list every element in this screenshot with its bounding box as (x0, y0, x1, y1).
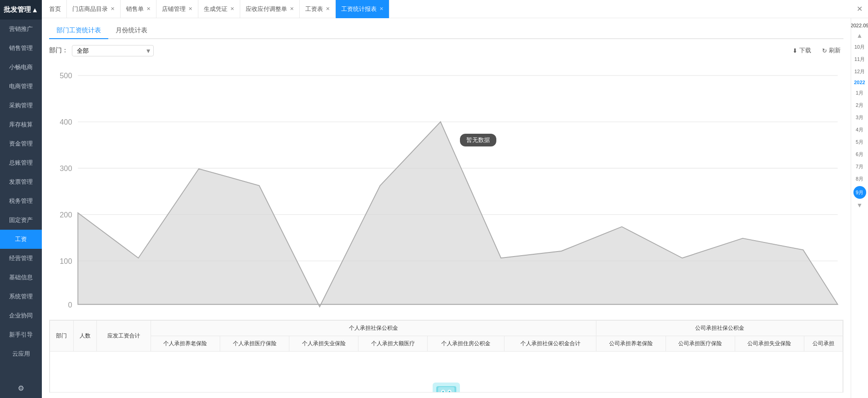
tab-label: 应收应付调整单 (246, 5, 287, 13)
col-personal-housing-fund: 个人承担住房公积金 (428, 336, 505, 351)
rp-month-4[interactable]: 4月 (851, 124, 868, 136)
col-count: 人数 (73, 320, 97, 351)
tab-ar-ap[interactable]: 应收应付调整单 ✕ (240, 0, 300, 18)
sidebar-item-finance[interactable]: 资金管理 (0, 134, 42, 153)
tab-label: 销售单 (126, 5, 144, 13)
sub-tab-monthly-label: 月份统计表 (116, 26, 147, 34)
tab-close-icon[interactable]: ✕ (146, 6, 151, 12)
col-personal-medical: 个人承担医疗保险 (220, 336, 289, 351)
rp-year-2022[interactable]: 2022 (853, 78, 866, 87)
sidebar-item-ecommerce-small[interactable]: 小畅电商 (0, 58, 42, 77)
right-panel: 2022.09 ▲ 10月 11月 12月 2022 1月 2月 3月 4月 5… (851, 18, 868, 398)
tab-payroll-report[interactable]: 工资统计报表 ✕ (336, 0, 389, 18)
rp-month-9-active[interactable]: 9月 (853, 186, 866, 199)
sidebar-item-operations[interactable]: 经营管理 (0, 249, 42, 268)
area-chart: 500 400 300 200 100 0 (49, 61, 843, 316)
data-table[interactable]: 部门 人数 应发工资合计 个人承担社保公积金 公司承担社保公积金 个人承担养老保… (49, 320, 843, 393)
dept-select[interactable]: 全部 (72, 45, 154, 56)
sidebar-item-label: 企业协同 (9, 312, 33, 319)
sidebar-item-label: 经营管理 (9, 255, 33, 262)
rp-month-6[interactable]: 6月 (851, 148, 868, 161)
tab-label: 工资统计报表 (341, 5, 377, 13)
rp-month-12[interactable]: 12月 (851, 65, 868, 78)
rp-current-date: 2022.09 (851, 21, 868, 30)
col-company-social: 公司承担社保公积金 (596, 320, 843, 336)
sidebar-item-collab[interactable]: 企业协同 (0, 306, 42, 325)
sidebar-item-sales[interactable]: 销售管理 (0, 39, 42, 58)
sub-tab-monthly[interactable]: 月份统计表 (108, 24, 155, 39)
rp-up-arrow[interactable]: ▲ (855, 30, 865, 41)
svg-text:100: 100 (60, 257, 72, 265)
sidebar-item-label: 固定资产 (9, 217, 33, 223)
tab-store-catalog[interactable]: 门店商品目录 ✕ (67, 0, 121, 18)
rp-month-7[interactable]: 7月 (851, 161, 868, 173)
sidebar-title: 批发管理 (4, 5, 31, 14)
col-company-medical: 公司承担医疗保险 (666, 336, 735, 351)
rp-month-11[interactable]: 11月 (851, 53, 868, 65)
sidebar-item-tax[interactable]: 税务管理 (0, 191, 42, 211)
rp-month-8[interactable]: 8月 (851, 173, 868, 185)
sidebar-settings[interactable]: ⚙ (0, 378, 42, 398)
download-icon: ⬇ (792, 47, 797, 54)
tab-payroll[interactable]: 工资表 ✕ (300, 0, 336, 18)
tab-label: 店铺管理 (162, 5, 186, 13)
sidebar-item-ledger[interactable]: 总账管理 (0, 153, 42, 172)
rp-month-5[interactable]: 5月 (851, 136, 868, 148)
dept-select-wrapper: 全部 (72, 45, 154, 56)
sidebar-item-label: 基础信息 (9, 274, 33, 281)
sidebar-item-purchase[interactable]: 采购管理 (0, 96, 42, 115)
sidebar-item-payroll[interactable]: 工资 (0, 230, 42, 249)
sidebar: 批发管理 ▲ 营销推广 销售管理 小畅电商 电商管理 采购管理 库存核算 资金管… (0, 0, 42, 398)
col-total-salary: 应发工资合计 (97, 320, 151, 351)
tab-home[interactable]: 首页 (44, 0, 67, 18)
sidebar-item-invoice[interactable]: 发票管理 (0, 172, 42, 191)
sub-tab-bar: 部门工资统计表 月份统计表 (49, 24, 843, 39)
sidebar-item-label: 库存核算 (9, 121, 33, 128)
dept-filter-label: 部门： (49, 46, 68, 55)
tab-sales[interactable]: 销售单 ✕ (121, 0, 156, 18)
tab-close-icon[interactable]: ✕ (326, 6, 330, 12)
rp-month-1[interactable]: 1月 (851, 87, 868, 99)
tab-home-label: 首页 (49, 5, 61, 13)
sidebar-item-label: 云应用 (12, 350, 30, 357)
sidebar-item-label: 小畅电商 (9, 64, 33, 71)
sidebar-collapse-icon[interactable]: ▲ (31, 6, 38, 14)
svg-point-21 (442, 391, 444, 393)
tab-bar: 首页 门店商品目录 ✕ 销售单 ✕ 店铺管理 ✕ 生成凭证 ✕ 应收应付调整单 … (42, 0, 868, 18)
sidebar-item-guide[interactable]: 新手引导 (0, 325, 42, 344)
sidebar-item-label: 电商管理 (9, 83, 33, 90)
sidebar-header[interactable]: 批发管理 ▲ (0, 0, 42, 20)
rp-month-10[interactable]: 10月 (851, 41, 868, 53)
tab-close-icon[interactable]: ✕ (111, 6, 115, 12)
empty-icon (428, 373, 464, 393)
sidebar-item-ecommerce[interactable]: 电商管理 (0, 77, 42, 96)
tab-voucher[interactable]: 生成凭证 ✕ (198, 0, 240, 18)
sidebar-item-cloud[interactable]: 云应用 (0, 344, 42, 363)
sidebar-item-label: 销售管理 (9, 45, 33, 51)
tab-close-icon[interactable]: ✕ (188, 6, 192, 12)
tab-close-all-button[interactable]: ✕ (853, 5, 866, 13)
rp-month-3[interactable]: 3月 (851, 111, 868, 124)
sub-tab-dept-label: 部门工资统计表 (56, 26, 101, 34)
download-label: 下载 (799, 46, 811, 55)
col-personal-unemployment: 个人承担失业保险 (289, 336, 358, 351)
tab-shop-mgmt[interactable]: 店铺管理 ✕ (156, 0, 198, 18)
refresh-label: 刷新 (829, 46, 841, 55)
rp-down-arrow[interactable]: ▼ (855, 200, 865, 211)
content-area: 部门工资统计表 月份统计表 部门： 全部 (42, 18, 868, 398)
tab-close-icon[interactable]: ✕ (230, 6, 234, 12)
download-button[interactable]: ⬇ 下载 (790, 45, 814, 56)
refresh-button[interactable]: ↻ 刷新 (819, 45, 843, 56)
tab-close-icon[interactable]: ✕ (290, 6, 294, 12)
sidebar-item-inventory[interactable]: 库存核算 (0, 115, 42, 134)
sidebar-item-marketing[interactable]: 营销推广 (0, 20, 42, 39)
rp-month-2[interactable]: 2月 (851, 99, 868, 111)
svg-text:300: 300 (60, 164, 72, 172)
sidebar-item-assets[interactable]: 固定资产 (0, 211, 42, 230)
tab-close-icon[interactable]: ✕ (379, 6, 384, 12)
col-company-unemployment: 公司承担失业保险 (735, 336, 804, 351)
chart-area: 500 400 300 200 100 0 (49, 61, 843, 316)
sidebar-item-basic-info[interactable]: 基础信息 (0, 268, 42, 287)
sidebar-item-system[interactable]: 系统管理 (0, 287, 42, 306)
sub-tab-dept[interactable]: 部门工资统计表 (49, 24, 108, 39)
